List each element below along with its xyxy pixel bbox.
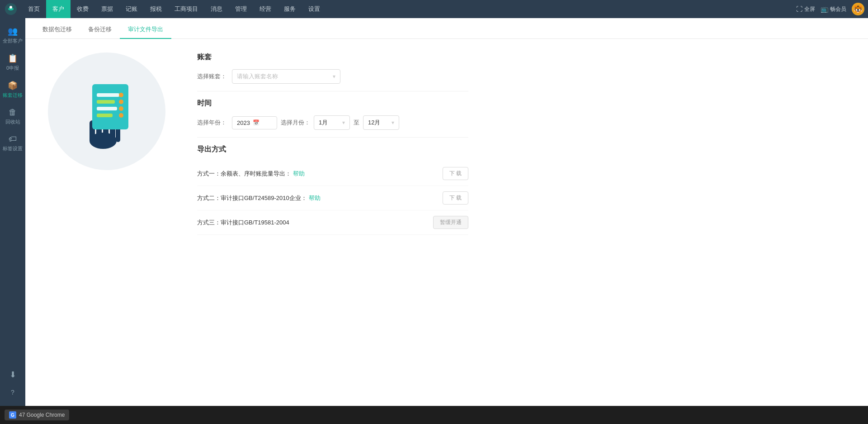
sidebar-item-recycle-label: 回收站 [5, 119, 20, 125]
illustration-circle [48, 52, 165, 170]
fullscreen-button[interactable]: ⛶ 全屏 [796, 5, 815, 13]
svg-point-16 [119, 113, 123, 118]
method1-label: 方式一：余额表、序时账批量导出： [197, 170, 291, 178]
method3-pending-button[interactable]: 暂缓开通 [433, 216, 468, 229]
nav-home[interactable]: 首页 [22, 0, 46, 18]
svg-point-1 [9, 6, 12, 9]
nav-menu: 首页 客户 收费 票据 记账 报税 工商项目 消息 管理 经营 服务 设置 [22, 0, 796, 18]
tabs-bar: 数据包迁移 备份迁移 审计文件导出 [25, 18, 868, 39]
export-section-title: 导出方式 [197, 145, 468, 154]
account-label: 选择账套： [197, 72, 226, 81]
export-method-3: 方式三：审计接口GB/T19581-2004 暂缓开通 [197, 210, 468, 235]
sidebar-item-all-clients[interactable]: 👥 全部客户 [0, 22, 25, 49]
method1-help-link[interactable]: 帮助 [293, 170, 305, 178]
nav-invoice[interactable]: 票据 [95, 0, 119, 18]
top-nav-right: ⛶ 全屏 📺 畅会员 🐯 [796, 3, 864, 15]
month-to-value: 12月 [368, 119, 380, 127]
account-placeholder: 请输入账套名称 [237, 72, 278, 81]
vip-icon: 📺 [821, 5, 828, 13]
nav-tax[interactable]: 报税 [144, 0, 168, 18]
nav-bookkeeping[interactable]: 记账 [119, 0, 144, 18]
tab-audit-export[interactable]: 审计文件导出 [120, 21, 171, 39]
sidebar-item-zero-report-label: 0申报 [6, 65, 19, 71]
method1-download-button[interactable]: 下 载 [443, 167, 468, 180]
divider-1 [197, 91, 468, 91]
nav-manage[interactable]: 管理 [229, 0, 253, 18]
top-navigation: 首页 客户 收费 票据 记账 报税 工商项目 消息 管理 经营 服务 设置 ⛶ … [0, 0, 868, 18]
nav-client[interactable]: 客户 [46, 0, 71, 18]
tab-backup-migrate[interactable]: 备份迁移 [80, 21, 120, 39]
method2-download-button[interactable]: 下 载 [443, 191, 468, 205]
avatar[interactable]: 🐯 [852, 3, 864, 15]
vip-label: 畅会员 [830, 5, 846, 13]
fullscreen-icon: ⛶ [796, 5, 802, 13]
sidebar-item-recycle[interactable]: 🗑 回收站 [0, 103, 25, 130]
year-label: 选择年份： [197, 119, 226, 127]
account-select[interactable]: 请输入账套名称 ▾ [232, 69, 340, 84]
month-from-select[interactable]: 1月 ▾ [314, 115, 350, 130]
account-section-title: 账套 [197, 52, 468, 62]
recycle-icon: 🗑 [9, 108, 17, 117]
svg-rect-12 [97, 114, 113, 117]
month-from-value: 1月 [319, 119, 328, 127]
vip-button[interactable]: 📺 畅会员 [821, 5, 846, 13]
app-logo[interactable] [4, 2, 18, 16]
svg-rect-10 [97, 100, 115, 104]
account-migrate-icon: 📦 [8, 81, 18, 91]
sidebar-help-button[interactable]: ? [0, 384, 25, 400]
time-row: 2023 📅 选择月份： 1月 ▾ 至 12月 ▾ [232, 115, 399, 130]
sidebar: 👥 全部客户 📋 0申报 📦 账套迁移 🗑 回收站 🏷 标签设置 ⬇ ? [0, 18, 25, 406]
sidebar-download-button[interactable]: ⬇ [0, 365, 25, 384]
sidebar-bottom: ⬇ ? [0, 365, 25, 406]
month-to-chevron-icon: ▾ [392, 119, 394, 126]
fullscreen-label: 全屏 [804, 5, 815, 13]
zero-report-icon: 📋 [8, 53, 18, 63]
sidebar-item-account-migrate[interactable]: 📦 账套迁移 [0, 76, 25, 103]
nav-bizproject[interactable]: 工商项目 [168, 0, 204, 18]
account-dropdown-icon: ▾ [333, 73, 335, 80]
taskbar-chrome-label: 47 Google Chrome [19, 412, 65, 418]
method3-label: 方式三：审计接口GB/T19581-2004 [197, 219, 289, 227]
divider-2 [197, 137, 468, 138]
method2-help-link[interactable]: 帮助 [309, 194, 321, 202]
svg-rect-11 [97, 107, 117, 110]
export-method-1: 方式一：余额表、序时账批量导出： 帮助 下 载 [197, 162, 468, 186]
svg-point-15 [119, 106, 123, 111]
month-from-chevron-icon: ▾ [342, 119, 345, 126]
export-method-2: 方式二：审计接口GB/T24589-2010企业： 帮助 下 载 [197, 186, 468, 210]
time-form-row: 选择年份： 2023 📅 选择月份： 1月 ▾ 至 12月 [197, 115, 468, 130]
sidebar-item-all-clients-label: 全部客户 [3, 38, 23, 44]
month-label: 选择月份： [281, 119, 310, 127]
tag-settings-icon: 🏷 [9, 134, 17, 144]
nav-settings[interactable]: 设置 [302, 0, 326, 18]
sidebar-item-zero-report[interactable]: 📋 0申报 [0, 49, 25, 76]
method2-label: 方式二：审计接口GB/T24589-2010企业： [197, 194, 307, 202]
illustration-svg [71, 71, 143, 152]
year-value: 2023 [237, 119, 250, 126]
svg-point-14 [119, 100, 123, 104]
year-input[interactable]: 2023 📅 [232, 116, 277, 129]
illustration-area [43, 52, 170, 170]
month-separator: 至 [354, 119, 359, 127]
page-content: 账套 选择账套： 请输入账套名称 ▾ 时间 选择年份： 2023 [25, 39, 868, 406]
account-form-row: 选择账套： 请输入账套名称 ▾ [197, 69, 468, 84]
calendar-icon: 📅 [253, 119, 259, 126]
month-to-select[interactable]: 12月 ▾ [363, 115, 399, 130]
sidebar-item-tag-settings[interactable]: 🏷 标签设置 [0, 130, 25, 157]
taskbar-chrome[interactable]: G 47 Google Chrome [5, 410, 69, 420]
form-area: 账套 选择账套： 请输入账套名称 ▾ 时间 选择年份： 2023 [197, 52, 468, 235]
nav-message[interactable]: 消息 [204, 0, 229, 18]
svg-rect-9 [97, 93, 119, 97]
nav-fee[interactable]: 收费 [71, 0, 95, 18]
all-clients-icon: 👥 [8, 26, 18, 36]
tab-data-migrate[interactable]: 数据包迁移 [34, 21, 80, 39]
taskbar: G 47 Google Chrome [0, 406, 868, 424]
sidebar-item-tag-settings-label: 标签设置 [3, 145, 23, 152]
svg-point-13 [119, 93, 123, 97]
main-layout: 👥 全部客户 📋 0申报 📦 账套迁移 🗑 回收站 🏷 标签设置 ⬇ ? 数据包… [0, 18, 868, 406]
chrome-icon: G [9, 411, 16, 419]
nav-service[interactable]: 服务 [278, 0, 302, 18]
nav-operation[interactable]: 经营 [253, 0, 278, 18]
sidebar-item-account-migrate-label: 账套迁移 [3, 92, 23, 99]
content-area: 数据包迁移 备份迁移 审计文件导出 [25, 18, 868, 406]
